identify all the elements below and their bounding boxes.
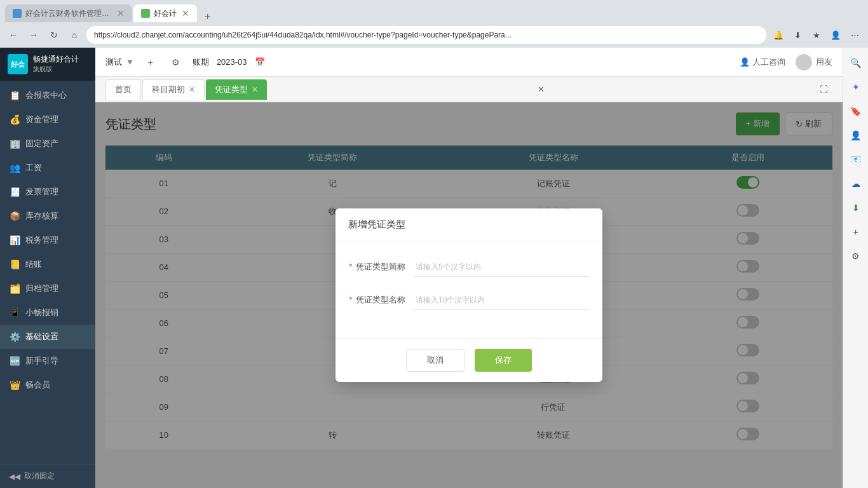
- sidebar-item-archive[interactable]: 🗂️ 归档管理: [0, 276, 95, 301]
- sidebar-item-label-inventory: 库存核算: [25, 210, 58, 222]
- sidebar-item-settings[interactable]: ⚙️ 基础设置: [0, 325, 95, 349]
- browser-action-1[interactable]: 🔔: [770, 27, 787, 43]
- cancel-pin-label: 取消固定: [24, 471, 55, 482]
- browser-action-5[interactable]: ⋯: [846, 27, 863, 43]
- right-panel-bookmark[interactable]: 🔖: [846, 101, 866, 121]
- tab-subject-label: 科目期初: [152, 84, 185, 95]
- invoice-icon: 🧾: [9, 186, 20, 198]
- right-panel-add[interactable]: +: [846, 222, 866, 242]
- member-icon: 👑: [9, 379, 20, 391]
- cancel-button[interactable]: 取消: [406, 349, 465, 372]
- right-panel-download[interactable]: ⬇: [846, 198, 866, 218]
- save-button[interactable]: 保存: [475, 349, 532, 372]
- address-input[interactable]: [86, 26, 766, 44]
- page-tabs: 首页 科目期初 ✕ 凭证类型 ✕ ✕ ⛶: [95, 77, 843, 102]
- avatar: [796, 54, 812, 71]
- required-star-name: *: [349, 295, 352, 304]
- sidebar-item-label-assets: 固定资产: [25, 138, 58, 149]
- support-button[interactable]: 👤 人工咨询: [740, 57, 785, 68]
- assets-icon: 🏢: [9, 138, 20, 149]
- sidebar-header: 好会 畅捷通好合计 旗舰版: [0, 48, 95, 81]
- nav-forward-button[interactable]: →: [25, 27, 42, 43]
- browser-action-2[interactable]: ⬇: [789, 27, 806, 43]
- cancel-pin-icon: ◀◀: [9, 472, 20, 481]
- workspace-selector[interactable]: 测试 ▼: [105, 57, 134, 68]
- settings-icon: ⚙️: [9, 331, 20, 342]
- user-area[interactable]: 用友: [796, 54, 832, 71]
- browser-tab-2[interactable]: 好会计 ✕: [133, 4, 197, 22]
- abbr-input[interactable]: [413, 257, 590, 277]
- sidebar-item-label-guide: 新手引导: [25, 355, 58, 367]
- modal-overlay: 新增凭证类型 * 凭证类型简称 *: [95, 102, 843, 488]
- user-name: 用友: [816, 57, 832, 68]
- tab-favicon-1: [13, 9, 22, 18]
- browser-tab-1[interactable]: 好会计云财务软件管理系统_会计 ✕: [5, 4, 132, 22]
- sidebar-brand-title: 畅捷通好合计: [33, 55, 79, 65]
- tax-icon: 📊: [9, 234, 20, 246]
- sidebar-item-inventory[interactable]: 📦 库存核算: [0, 204, 95, 228]
- tab-home[interactable]: 首页: [105, 79, 141, 100]
- tab-minimize-button[interactable]: ✕: [532, 81, 550, 98]
- expense-icon: 📱: [9, 307, 20, 318]
- sidebar-item-closing[interactable]: 📒 结账: [0, 252, 95, 276]
- sidebar-cancel-pin[interactable]: ◀◀ 取消固定: [0, 464, 95, 488]
- right-panel-user[interactable]: 👤: [846, 125, 866, 146]
- sidebar-item-assets[interactable]: 🏢 固定资产: [0, 132, 95, 156]
- form-row-name: * 凭证类型名称: [348, 290, 590, 310]
- tab-close-1[interactable]: ✕: [117, 8, 125, 18]
- reports-icon: 📋: [9, 90, 20, 101]
- sidebar-item-label-invoice: 发票管理: [25, 186, 58, 198]
- sidebar-item-guide[interactable]: 🆕 新手引导: [0, 349, 95, 373]
- name-input[interactable]: [413, 290, 590, 310]
- modal-title: 新增凭证类型: [348, 219, 405, 229]
- main-content: 测试 ▼ + ⚙ 账期 2023-03 📅 👤 人工咨询 用友: [95, 48, 843, 488]
- tab-subject-close[interactable]: ✕: [189, 85, 195, 94]
- sidebar: 好会 畅捷通好合计 旗舰版 📋 会报表中心 💰 资金管理 🏢 固定资产 👥: [0, 48, 95, 488]
- tab-close-2[interactable]: ✕: [182, 8, 189, 18]
- sidebar-item-member[interactable]: 👑 畅会员: [0, 373, 95, 397]
- sidebar-item-label-settings: 基础设置: [25, 331, 58, 342]
- tab-voucher-label: 凭证类型: [215, 84, 248, 95]
- sidebar-item-salary[interactable]: 👥 工资: [0, 156, 95, 180]
- address-bar: ← → ↻ ⌂ 🔔 ⬇ ★ 👤 ⋯: [0, 22, 868, 48]
- sidebar-item-label-salary: 工资: [25, 162, 42, 173]
- tab-expand-button[interactable]: ⛶: [815, 81, 832, 98]
- modal-header: 新增凭证类型: [336, 208, 602, 241]
- new-tab-button[interactable]: +: [202, 11, 213, 22]
- closing-icon: 📒: [9, 259, 20, 270]
- modal-footer: 取消 保存: [336, 338, 602, 382]
- calendar-icon[interactable]: 📅: [255, 57, 265, 67]
- add-workspace-button[interactable]: +: [142, 53, 159, 71]
- right-panel-settings[interactable]: ⚙: [846, 246, 866, 266]
- support-icon: 👤: [740, 57, 750, 67]
- sidebar-item-funds[interactable]: 💰 资金管理: [0, 107, 95, 132]
- chevron-down-icon: ▼: [126, 57, 134, 67]
- right-panel-search[interactable]: 🔍: [846, 53, 866, 73]
- right-panel-cloud[interactable]: ☁: [846, 173, 866, 194]
- sidebar-item-label-member: 畅会员: [25, 379, 50, 391]
- browser-action-3[interactable]: ★: [808, 27, 825, 43]
- tab-subject-period[interactable]: 科目期初 ✕: [142, 79, 205, 100]
- right-panel-outlook[interactable]: 📧: [846, 149, 866, 170]
- sidebar-item-expense[interactable]: 📱 小畅报销: [0, 301, 95, 325]
- sidebar-item-invoice[interactable]: 🧾 发票管理: [0, 180, 95, 204]
- tab-voucher-type[interactable]: 凭证类型 ✕: [206, 79, 267, 100]
- nav-back-button[interactable]: ←: [5, 27, 22, 43]
- nav-refresh-button[interactable]: ↻: [46, 27, 62, 43]
- salary-icon: 👥: [9, 162, 20, 173]
- right-panel-ai[interactable]: ✦: [846, 77, 866, 97]
- app-header: 测试 ▼ + ⚙ 账期 2023-03 📅 👤 人工咨询 用友: [95, 48, 843, 77]
- tab-title-2: 好会计: [154, 8, 177, 19]
- right-panel: 🔍 ✦ 🔖 👤 📧 ☁ ⬇ + ⚙: [843, 48, 868, 488]
- inventory-icon: 📦: [9, 210, 20, 222]
- sidebar-item-label-funds: 资金管理: [25, 114, 58, 125]
- nav-home-button[interactable]: ⌂: [66, 27, 83, 43]
- tab-voucher-close[interactable]: ✕: [252, 85, 258, 94]
- sidebar-item-tax[interactable]: 📊 税务管理: [0, 228, 95, 252]
- tab-bar: 好会计云财务软件管理系统_会计 ✕ 好会计 ✕ +: [0, 0, 868, 22]
- sidebar-item-label-tax: 税务管理: [25, 234, 58, 246]
- browser-action-4[interactable]: 👤: [827, 27, 844, 43]
- period-label: 账期: [193, 57, 209, 68]
- settings-button[interactable]: ⚙: [167, 53, 185, 71]
- sidebar-item-reports[interactable]: 📋 会报表中心: [0, 83, 95, 107]
